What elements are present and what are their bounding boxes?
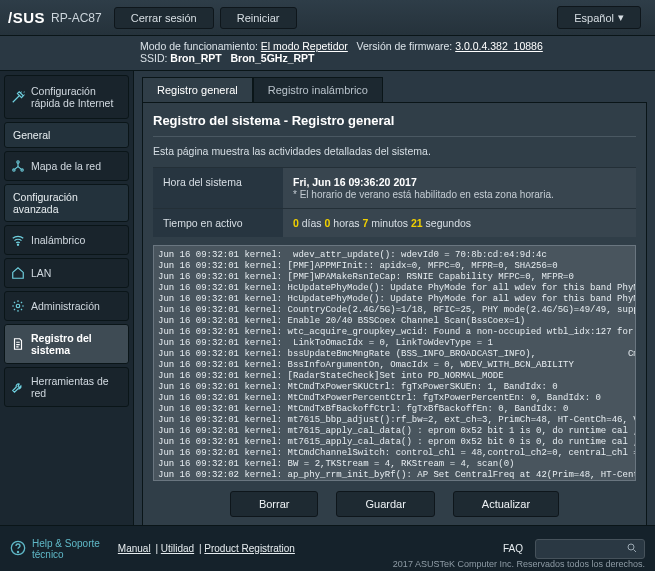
sidebar-group-general: General <box>4 122 129 148</box>
footer-links: Manual | Utilidad | Product Registration <box>118 543 297 554</box>
brand-logo: /SUS <box>8 9 45 26</box>
tab-wireless-log[interactable]: Registro inalámbrico <box>253 77 383 102</box>
fw-link[interactable]: 3.0.0.4.382_10886 <box>455 40 543 52</box>
time-note: * El horario de verano está habilitado e… <box>293 189 554 200</box>
network-icon <box>11 159 25 173</box>
wrench-icon <box>11 380 25 394</box>
model-label: RP-AC87 <box>51 11 102 25</box>
language-dropdown[interactable]: Español ▾ <box>557 6 641 29</box>
search-input[interactable] <box>535 539 645 559</box>
ssid-value-1: Bron_RPT <box>170 52 221 64</box>
time-value-cell: Fri, Jun 16 09:36:20 2017 * El horario d… <box>283 168 636 208</box>
search-icon <box>626 542 638 556</box>
home-icon <box>11 266 25 280</box>
panel-desc: Esta página muestra las actividades deta… <box>153 145 636 157</box>
gear-icon <box>11 299 25 313</box>
logout-button[interactable]: Cerrar sesión <box>114 7 214 29</box>
panel-buttons: Borrar Guardar Actualizar <box>153 491 636 517</box>
tab-general-log[interactable]: Registro general <box>142 77 253 102</box>
sidebar-item-system-log[interactable]: Registro del sistema <box>4 324 129 364</box>
svg-point-6 <box>17 551 18 552</box>
link-faq[interactable]: FAQ <box>503 543 523 554</box>
copyright: 2017 ASUSTeK Computer Inc. Reservados to… <box>393 559 645 569</box>
svg-point-7 <box>628 544 634 550</box>
row-uptime: Tiempo en activo 0 días 0 horas 7 minuto… <box>153 208 636 237</box>
uptime-label: Tiempo en activo <box>153 209 283 237</box>
wand-icon <box>11 90 25 104</box>
sidebar-group-advanced: Configuración avanzada <box>4 184 129 222</box>
info-band: Modo de funcionamiento: El modo Repetido… <box>0 36 655 71</box>
sidebar-item-network-tools[interactable]: Herramientas de red <box>4 367 129 407</box>
uptime-value: 0 días 0 horas 7 minutos 21 segundos <box>283 209 636 237</box>
mode-link[interactable]: El modo Repetidor <box>261 40 348 52</box>
log-textarea[interactable]: Jun 16 09:32:01 kernel: wdev_attr_update… <box>153 245 636 481</box>
uptime-minutes-label: minutos <box>371 217 408 229</box>
main: Configuración rápida de Internet General… <box>0 71 655 530</box>
time-label: Hora del sistema <box>153 168 283 208</box>
tabs: Registro general Registro inalámbrico <box>142 77 647 102</box>
link-product-registration[interactable]: Product Registration <box>204 543 295 554</box>
uptime-days: 0 <box>293 217 299 229</box>
reboot-button[interactable]: Reiniciar <box>220 7 297 29</box>
sidebar-item-quick-setup[interactable]: Configuración rápida de Internet <box>4 75 129 119</box>
ssid-label: SSID: <box>140 52 167 64</box>
uptime-hours: 0 <box>325 217 331 229</box>
svg-point-2 <box>21 169 23 171</box>
sidebar: Configuración rápida de Internet General… <box>0 71 134 530</box>
svg-point-4 <box>16 304 20 308</box>
panel: Registro del sistema - Registro general … <box>142 102 647 530</box>
top-bar: /SUS RP-AC87 Cerrar sesión Reiniciar Esp… <box>0 0 655 36</box>
footer: Help & Soporte técnico Manual | Utilidad… <box>0 525 655 571</box>
mode-label: Modo de funcionamiento: <box>140 40 258 52</box>
save-button[interactable]: Guardar <box>336 491 434 517</box>
panel-title: Registro del sistema - Registro general <box>153 113 636 137</box>
svg-point-3 <box>17 244 18 245</box>
uptime-seconds: 21 <box>411 217 423 229</box>
content: Registro general Registro inalámbrico Re… <box>134 71 655 530</box>
question-icon <box>10 540 26 558</box>
help-line2: técnico <box>32 549 64 560</box>
clear-button[interactable]: Borrar <box>230 491 319 517</box>
sidebar-label: Configuración rápida de Internet <box>31 85 122 109</box>
wifi-icon <box>11 233 25 247</box>
uptime-seconds-label: segundos <box>426 217 472 229</box>
link-manual[interactable]: Manual <box>118 543 151 554</box>
sidebar-item-wireless[interactable]: Inalámbrico <box>4 225 129 255</box>
sidebar-label: Mapa de la red <box>31 160 101 172</box>
uptime-minutes: 7 <box>363 217 369 229</box>
time-value: Fri, Jun 16 09:36:20 2017 <box>293 176 417 188</box>
sidebar-label: Registro del sistema <box>31 332 122 356</box>
sidebar-label: Herramientas de red <box>31 375 122 399</box>
sidebar-label: LAN <box>31 267 51 279</box>
document-icon <box>11 337 25 351</box>
refresh-button[interactable]: Actualizar <box>453 491 559 517</box>
sidebar-item-administration[interactable]: Administración <box>4 291 129 321</box>
sidebar-item-lan[interactable]: LAN <box>4 258 129 288</box>
sidebar-label: Inalámbrico <box>31 234 85 246</box>
svg-point-0 <box>17 161 19 163</box>
help-support[interactable]: Help & Soporte técnico <box>10 538 100 560</box>
sidebar-label: Administración <box>31 300 100 312</box>
chevron-down-icon: ▾ <box>618 11 624 24</box>
uptime-hours-label: horas <box>333 217 359 229</box>
sidebar-item-network-map[interactable]: Mapa de la red <box>4 151 129 181</box>
fw-label: Versión de firmware: <box>357 40 453 52</box>
language-label: Español <box>574 12 614 24</box>
uptime-days-label: días <box>302 217 322 229</box>
ssid-value-2: Bron_5GHz_RPT <box>230 52 314 64</box>
help-line1: Help & Soporte <box>32 538 100 549</box>
svg-point-1 <box>13 169 15 171</box>
link-utility[interactable]: Utilidad <box>161 543 194 554</box>
row-system-time: Hora del sistema Fri, Jun 16 09:36:20 20… <box>153 167 636 208</box>
